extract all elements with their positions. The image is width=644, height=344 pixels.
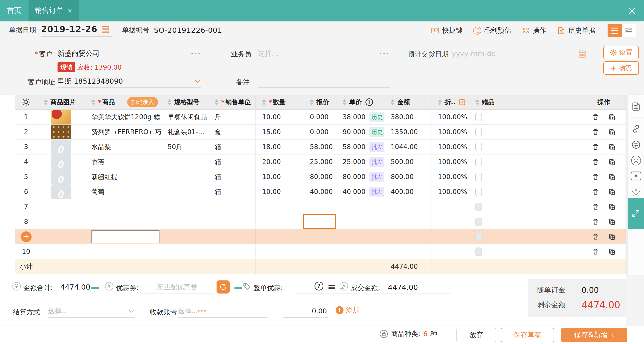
settings-button[interactable]: 设置 <box>603 46 639 59</box>
col-header-商品图片[interactable]: 商品图片 <box>38 95 85 109</box>
logistics-button[interactable]: + 物流 <box>603 61 639 75</box>
quote-cell[interactable]: 0.000 <box>303 125 336 139</box>
spec-cell[interactable]: 礼盒装01-... <box>161 125 208 139</box>
sort-icon[interactable] <box>391 99 394 105</box>
amount-cell[interactable]: 800.00 <box>384 169 432 184</box>
card-view-button[interactable] <box>622 24 636 37</box>
amount-cell[interactable]: 1044.00 <box>384 139 432 154</box>
qty-cell[interactable]: 10.00 <box>256 184 303 199</box>
price-cell[interactable] <box>336 214 384 229</box>
exchange-icon[interactable] <box>631 140 641 150</box>
qty-cell[interactable] <box>256 214 303 229</box>
amount-cell[interactable]: 1350.00 <box>384 125 432 139</box>
delete-row-icon[interactable] <box>592 248 599 255</box>
qty-cell[interactable] <box>256 244 303 259</box>
quote-cell[interactable] <box>303 229 336 244</box>
product-name-cell[interactable]: 水晶梨 <box>85 139 161 154</box>
spec-cell[interactable] <box>161 184 208 199</box>
save-draft-button[interactable]: 保存草稿 <box>501 328 554 342</box>
debt-icon[interactable]: 欠 <box>631 156 641 165</box>
cancel-button[interactable]: 放弃 <box>456 328 496 342</box>
unit-cell[interactable]: 箱 <box>208 184 256 199</box>
qty-cell[interactable] <box>256 199 303 214</box>
gift-checkbox[interactable] <box>476 203 482 211</box>
price-cell[interactable]: 80.000批发 <box>336 169 384 184</box>
price-cell[interactable]: 38.000历史 <box>336 110 384 124</box>
gift-checkbox[interactable] <box>476 233 482 241</box>
refresh-coupon-button[interactable] <box>216 281 230 294</box>
gift-checkbox[interactable] <box>476 218 482 226</box>
chevron-down-icon[interactable] <box>194 78 201 85</box>
col-header-单价[interactable]: 单价? <box>336 95 384 109</box>
amount-cell[interactable]: 500.00 <box>384 154 432 169</box>
spec-cell[interactable] <box>161 169 208 184</box>
product-name-cell[interactable]: 香蕉 <box>85 154 161 169</box>
amount-cell[interactable] <box>384 199 432 214</box>
spec-cell[interactable] <box>161 199 208 214</box>
gift-checkbox[interactable] <box>476 143 482 151</box>
quote-cell[interactable]: 40.000 <box>303 184 336 199</box>
spec-cell[interactable] <box>161 244 208 259</box>
unit-cell[interactable]: 箱 <box>208 139 256 154</box>
copy-row-icon[interactable] <box>608 158 616 166</box>
spec-cell[interactable] <box>161 214 208 229</box>
salesman-field[interactable]: 选择... ··· <box>258 47 390 60</box>
sort-icon[interactable] <box>476 99 479 105</box>
list-view-button[interactable] <box>608 24 622 37</box>
discount-cell[interactable]: 100.00% <box>432 154 469 169</box>
address-value[interactable]: 里斯 18512348090 <box>58 77 194 86</box>
discount-cell[interactable] <box>432 214 469 229</box>
qty-cell[interactable]: 10.00 <box>256 169 303 184</box>
discount-cell[interactable]: 100.00% <box>432 110 469 124</box>
copy-row-icon[interactable] <box>608 233 616 241</box>
remark-field[interactable] <box>258 75 390 88</box>
col-header-settings[interactable] <box>15 95 38 109</box>
discount-cell[interactable]: 100.00% <box>432 139 469 154</box>
product-name-cell[interactable]: 葡萄 <box>85 184 161 199</box>
customer-more-icon[interactable]: ··· <box>191 49 201 58</box>
quote-cell[interactable]: 80.000 <box>303 169 336 184</box>
column-gear-icon[interactable] <box>22 98 31 107</box>
expand-button[interactable] <box>628 198 644 229</box>
tab-sales-order[interactable]: 销售订单 × <box>28 0 78 21</box>
scan-entry-button[interactable]: 扫码录入 <box>127 97 158 107</box>
price-cell[interactable]: 58.000批发 <box>336 139 384 154</box>
product-name-cell[interactable] <box>85 244 161 259</box>
col-header-折..[interactable]: 折.. <box>432 95 469 109</box>
sort-icon[interactable] <box>168 99 172 105</box>
settle-method-select[interactable]: 选择... <box>48 305 135 318</box>
unit-cell[interactable]: 箱 <box>208 169 256 184</box>
document-icon[interactable] <box>631 102 641 111</box>
amount-cell[interactable] <box>384 229 432 244</box>
quote-cell[interactable]: 0.000 <box>303 110 336 124</box>
star-icon[interactable]: ☆ <box>631 186 641 198</box>
quote-cell[interactable]: 58.000 <box>303 139 336 154</box>
qty-cell[interactable]: 18.00 <box>256 139 303 154</box>
delete-row-icon[interactable] <box>592 218 599 226</box>
account-select[interactable]: 选择... ··· <box>178 305 268 318</box>
salesman-more-icon[interactable]: ··· <box>379 49 390 58</box>
gift-checkbox[interactable] <box>476 128 482 136</box>
col-header-操作[interactable]: 操作 <box>582 95 626 109</box>
tab-close-icon[interactable]: × <box>67 7 72 14</box>
date-field[interactable]: 2019-12-26 <box>41 24 112 37</box>
shortcut-keys-button[interactable]: 快捷键 <box>431 26 462 35</box>
amount-cell[interactable] <box>384 214 432 229</box>
calendar-icon[interactable] <box>578 49 587 58</box>
edit-discount-icon[interactable] <box>458 99 466 106</box>
unit-cell[interactable]: 斤 <box>208 110 256 124</box>
date-value[interactable]: 2019-12-26 <box>41 24 97 34</box>
col-header-金额[interactable]: 金额 <box>384 95 432 109</box>
quote-cell[interactable] <box>303 244 336 259</box>
product-name-cell[interactable] <box>85 199 161 214</box>
quote-cell[interactable] <box>303 214 336 229</box>
qty-cell[interactable]: 20.00 <box>256 154 303 169</box>
deal-amount-field[interactable]: 4474.00 <box>374 281 452 294</box>
price-cell[interactable] <box>336 229 384 244</box>
customer-value[interactable]: 新盛商贸公司 <box>58 49 191 58</box>
qty-cell[interactable]: 15.00 <box>256 125 303 139</box>
amount-cell[interactable]: 400.00 <box>384 184 432 199</box>
discount-cell[interactable] <box>432 244 469 259</box>
coupon-field[interactable]: 无匹配优惠券 <box>140 281 214 294</box>
discount-cell[interactable]: 100.00% <box>432 169 469 184</box>
